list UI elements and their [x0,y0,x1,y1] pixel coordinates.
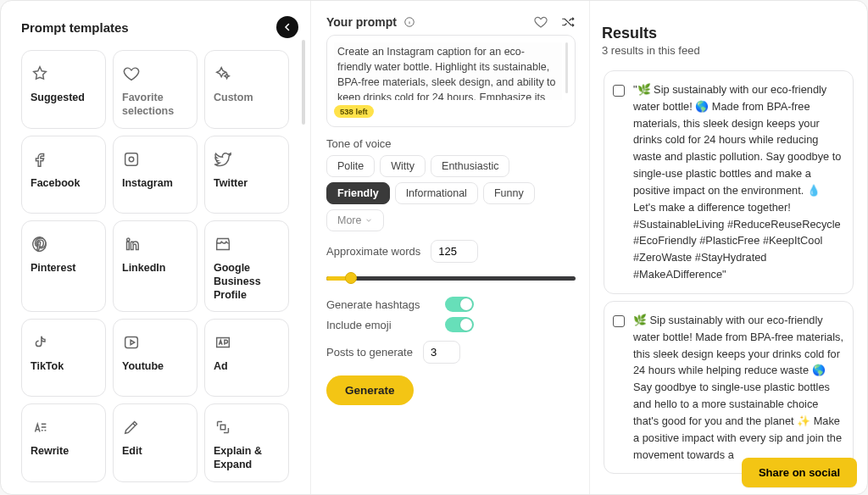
chevron-left-icon [282,22,292,32]
template-card-label: Google Business Profile [214,262,280,302]
facebook-icon [31,147,97,172]
prompt-scrollbar[interactable] [565,42,568,93]
template-card-rewrite[interactable]: Rewrite [21,403,106,482]
slider-track [326,276,576,281]
results-subtitle: 3 results in this feed [602,44,855,57]
collapse-templates-button[interactable] [276,16,298,38]
template-card-youtube[interactable]: Youtube [113,319,198,398]
results-list: "🌿 Sip sustainably with our eco-friendly… [602,64,855,482]
tone-more-button[interactable]: More [326,209,384,231]
generate-button[interactable]: Generate [326,375,414,405]
store-icon [214,231,280,257]
result-card: "🌿 Sip sustainably with our eco-friendly… [604,70,854,294]
template-card-tiktok[interactable]: TikTok [21,319,106,398]
share-on-social-button[interactable]: Share on social [742,458,857,487]
favorite-prompt-button[interactable] [533,14,548,30]
results-panel: Results 3 results in this feed "🌿 Sip su… [590,1,867,494]
slider-thumb[interactable] [345,272,357,284]
emoji-toggle-label: Include emoji [326,319,437,331]
result-select-checkbox[interactable] [613,315,625,327]
posts-count-input[interactable] [423,341,460,364]
template-card-label: Facebook [31,177,97,191]
template-card-label: TikTok [31,360,97,374]
templates-title: Prompt templates [21,20,129,35]
template-card-facebook[interactable]: Facebook [21,136,106,214]
prompt-heading: Your prompt [326,15,397,29]
template-card-instagram[interactable]: Instagram [113,136,198,214]
tone-more-label: More [337,214,361,226]
tone-chip-funny[interactable]: Funny [483,182,535,204]
template-card-ad[interactable]: Ad [204,319,289,398]
template-card-label: Youtube [122,360,188,374]
ad-icon [214,330,280,355]
template-card-linkedin[interactable]: LinkedIn [113,220,198,312]
chars-left-badge: 538 left [334,105,374,118]
tone-chip-friendly[interactable]: Friendly [326,182,390,204]
approx-words-slider[interactable] [326,268,576,288]
tone-chip-polite[interactable]: Polite [326,155,375,177]
template-card-twitter[interactable]: Twitter [204,136,289,214]
template-card-label: Rewrite [31,445,97,459]
tone-chip-informational[interactable]: Informational [395,182,478,204]
expand-icon [214,414,280,440]
linkedin-icon [122,231,188,257]
template-card-label: Edit [122,445,188,459]
chevron-down-icon [364,216,373,225]
tiktok-icon [31,330,97,355]
template-card-label: Suggested [31,92,97,105]
pencil-icon [122,414,188,440]
heart-icon [122,61,188,86]
template-card-star[interactable]: Suggested [21,50,106,129]
prompt-panel: Your prompt 538 left Tone of voice Polit… [310,1,590,494]
pinterest-icon [31,231,97,257]
result-card: 🌿 Sip sustainably with our eco-friendly … [604,301,854,474]
hashtags-toggle[interactable] [445,297,474,312]
result-text: "🌿 Sip sustainably with our eco-friendly… [633,81,844,283]
prompt-box: 538 left [326,35,576,127]
templates-panel: Prompt templates SuggestedFavorite selec… [1,1,310,494]
approx-words-label: Approximate words [326,245,420,258]
tone-label: Tone of voice [326,137,576,150]
left-scrollbar[interactable] [302,40,305,125]
template-card-label: Custom [214,92,280,105]
tone-chip-witty[interactable]: Witty [380,155,426,177]
results-title: Results [602,25,855,42]
template-card-expand[interactable]: Explain & Expand [204,403,289,482]
prompt-textarea[interactable] [334,42,562,100]
info-icon[interactable] [402,14,417,30]
template-card-heart[interactable]: Favorite selections [113,50,198,129]
sparkle-icon [214,61,280,86]
template-card-label: Explain & Expand [214,445,280,471]
template-card-store[interactable]: Google Business Profile [204,220,289,312]
template-card-label: Twitter [214,177,280,191]
result-select-checkbox[interactable] [613,85,625,97]
template-card-label: Pinterest [31,262,97,275]
approx-words-input[interactable] [431,240,478,263]
tone-chip-enthusiastic[interactable]: Enthusiastic [431,155,509,177]
template-card-label: Instagram [122,177,188,191]
shuffle-prompt-button[interactable] [560,14,576,30]
tone-chip-row: PoliteWittyEnthusiasticFriendlyInformati… [326,155,576,231]
emoji-toggle[interactable] [445,317,474,332]
hashtags-toggle-label: Generate hashtags [326,298,437,311]
posts-count-label: Posts to generate [326,346,413,359]
result-text: 🌿 Sip sustainably with our eco-friendly … [633,312,844,463]
twitter-icon [214,147,280,172]
template-card-label: Ad [214,360,280,374]
template-card-label: LinkedIn [122,262,188,275]
youtube-icon [122,330,188,355]
rewrite-icon [31,414,97,440]
template-card-pinterest[interactable]: Pinterest [21,220,106,312]
template-card-label: Favorite selections [122,92,188,118]
templates-grid: SuggestedFavorite selectionsCustomFacebo… [21,50,298,482]
template-card-pencil[interactable]: Edit [113,403,198,482]
instagram-icon [122,147,188,172]
star-icon [31,61,97,86]
template-card-sparkle[interactable]: Custom [204,50,289,129]
